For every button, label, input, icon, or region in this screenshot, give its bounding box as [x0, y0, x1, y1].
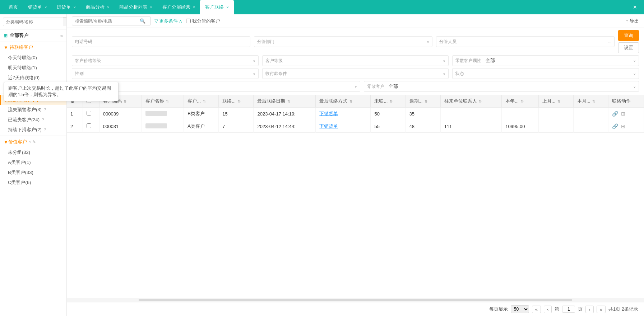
col-uncontact-days[interactable]: 未联... ⇅	[371, 95, 406, 108]
nav-customer-tier[interactable]: 客户分层经营 ×	[157, 0, 200, 14]
per-page-select[interactable]: 50 100 200	[511, 305, 529, 313]
col-overdue[interactable]: 逾期... ⇅	[406, 95, 440, 108]
sidebar-search-area: 🔍	[0, 14, 66, 29]
query-btn[interactable]: 查询	[618, 30, 639, 41]
total-label: 共1页 2条记录	[608, 306, 638, 312]
sidebar-loss-warning[interactable]: 流失预警客户(3) ?	[0, 105, 66, 115]
loss-warning-help-icon[interactable]: ?	[44, 108, 46, 112]
col-this-month[interactable]: 本月... ⇅	[573, 95, 608, 108]
col-name[interactable]: 客户名称 ⇅	[142, 95, 184, 108]
page-input[interactable]	[562, 306, 575, 313]
table-row: 2 000031 A类客户 7 2023-04-12 14:44: 下销货单 5…	[67, 120, 644, 133]
edit-icon[interactable]: ✎	[32, 140, 36, 145]
nav-customer-contact[interactable]: 客户联络 ×	[200, 0, 233, 14]
filter-payment[interactable]: 收付款条件 ∨	[262, 68, 449, 79]
nav-product-list[interactable]: 商品分析列表 ×	[114, 0, 157, 14]
lost-customers-help-icon[interactable]: ?	[42, 118, 44, 122]
cell-contact-count-2: 7	[219, 120, 254, 133]
settings-btn[interactable]: 设置	[618, 42, 639, 53]
filter-search-input[interactable]	[75, 19, 140, 24]
retail-attr-value: 全部	[486, 57, 495, 64]
horizontal-scrollbar[interactable]	[67, 298, 644, 302]
my-customers-checkbox-label[interactable]: 我分管的客户	[186, 18, 220, 24]
filter-phone[interactable]: 电话号码	[72, 36, 250, 47]
cell-checkbox-2[interactable]	[83, 120, 99, 133]
my-customers-checkbox[interactable]	[186, 19, 191, 23]
filter-customer-type[interactable]: 客户类型 ∨	[85, 81, 360, 92]
sidebar-tomorrow-pending[interactable]: 明天待联络(1)	[0, 63, 66, 73]
action-link-icon-1[interactable]: 🔗	[612, 111, 618, 117]
cell-last-date-1: 2023-04-17 14:19:	[254, 108, 316, 120]
filter-more-btn[interactable]: ▽ 更多条件 ∧	[154, 18, 182, 24]
nav-customer-contact-close[interactable]: ×	[226, 0, 228, 14]
filter-status[interactable]: 状态 ∨	[452, 68, 639, 79]
sidebar-ungroup[interactable]: 未分组(32)	[0, 147, 66, 157]
nav-sales[interactable]: 销货单 ×	[23, 0, 52, 14]
adv-filter-row-4: ... 客户类型 ∨ 零散客户 全部 ∨	[72, 81, 639, 92]
action-grid-icon-2[interactable]: ⊞	[621, 123, 625, 129]
col-contact-count[interactable]: 联络... ⇅	[219, 95, 254, 108]
declining-help-icon[interactable]: ?	[44, 128, 46, 132]
sidebar-declining-customers[interactable]: 持续下滑客户(2) ?	[0, 125, 66, 135]
row-checkbox-2[interactable]	[87, 123, 91, 128]
col-last-month[interactable]: 上月... ⇅	[538, 95, 573, 108]
sidebar-b-class[interactable]: B类客户(33)	[0, 168, 66, 178]
sidebar-all-customers[interactable]: ⊞ 全部客户 »	[0, 29, 66, 42]
sort-icon-partner: ⇅	[479, 99, 482, 103]
sidebar-a-class[interactable]: A类客户(1)	[0, 157, 66, 168]
first-page-btn[interactable]: «	[532, 306, 541, 313]
filter-retail-attr[interactable]: 零散客户属性 全部 ∨	[452, 55, 639, 66]
nav-home[interactable]: 首页	[4, 0, 23, 14]
cell-checkbox-1[interactable]	[83, 108, 99, 120]
customer-level-chevron-icon: ∨	[443, 59, 445, 63]
next-page-btn[interactable]: ›	[585, 306, 593, 313]
nav-purchase-close[interactable]: ×	[73, 0, 75, 14]
filter-retail-customer[interactable]: 零散客户 全部 ∨	[364, 81, 639, 92]
window-close-btn[interactable]: ×	[629, 4, 640, 11]
arrow-down-icon: ▼	[4, 45, 8, 50]
nav-product-analysis-close[interactable]: ×	[107, 0, 109, 14]
col-last-contact-date[interactable]: 最后联络日期 ⇅	[254, 95, 316, 108]
sidebar-today-pending[interactable]: 今天待联络(0)	[0, 53, 66, 63]
nav-sales-close[interactable]: ×	[45, 0, 47, 14]
cell-last-date-2: 2023-04-12 14:44:	[254, 120, 316, 133]
grid-icon: ⊞	[4, 33, 8, 38]
row-checkbox-1[interactable]	[87, 111, 91, 115]
sidebar-7days-pending[interactable]: 近7天待联络(0)	[0, 73, 66, 83]
scroll-thumb[interactable]	[139, 299, 572, 301]
filter-manager[interactable]: 分管人员 ...	[436, 36, 615, 47]
col-partner-contact[interactable]: 往来单位联系人 ⇅	[440, 95, 502, 108]
sort-icon-contact: ⇅	[238, 99, 241, 103]
action-grid-icon-1[interactable]: ⊞	[621, 111, 625, 117]
col-last-contact-method[interactable]: 最后联络方式 ⇅	[316, 95, 371, 108]
cell-last-method-2: 下销货单	[316, 120, 371, 133]
filter-price-level[interactable]: 客户价格等级 ∨	[72, 55, 259, 66]
prev-page-btn[interactable]: ‹	[544, 306, 552, 313]
cell-action-1: 🔗 ⊞	[608, 108, 644, 120]
nav-product-list-close[interactable]: ×	[150, 0, 152, 14]
export-btn[interactable]: ↑ 导出	[626, 18, 639, 24]
filter-customer-level[interactable]: 客户等级 ∨	[262, 55, 449, 66]
col-this-year[interactable]: 本年... ⇅	[502, 95, 538, 108]
table-header-row: ⚙ 客户编码 ⇅ 客户名称 ⇅	[67, 95, 644, 108]
last-page-btn[interactable]: »	[597, 306, 606, 313]
sidebar-value-group-title[interactable]: ▼ 价值客户 ○ ✎	[0, 137, 66, 147]
filter-search-icon[interactable]: 🔍	[140, 18, 145, 24]
sidebar-c-class[interactable]: C类客户(6)	[0, 178, 66, 188]
nav-customer-tier-close[interactable]: ×	[193, 0, 195, 14]
filter-department[interactable]: 分管部门 ∨	[254, 36, 432, 47]
action-link-icon-2[interactable]: 🔗	[612, 123, 618, 129]
sidebar-search-btn[interactable]: 🔍	[63, 17, 67, 26]
sort-icon-lastmonth: ⇅	[557, 99, 560, 103]
nav-product-analysis[interactable]: 商品分析 ×	[81, 0, 114, 14]
sidebar-collapse-btn[interactable]: »	[60, 33, 63, 38]
sidebar-pending-title[interactable]: ▼ 待联络客户	[0, 42, 66, 53]
sidebar-search-input[interactable]	[3, 18, 63, 26]
top-nav: 首页 销货单 × 进货单 × 商品分析 × 商品分析列表 × 客户分层经营 × …	[0, 0, 644, 14]
cell-seq-1: 1	[67, 108, 83, 120]
sidebar-lost-customers[interactable]: 已流失客户(24) ?	[0, 115, 66, 125]
col-customer-type[interactable]: 客户... ⇅	[184, 95, 219, 108]
cell-uncontact-2: 55	[371, 120, 406, 133]
nav-purchase[interactable]: 进货单 ×	[52, 0, 80, 14]
filter-gender[interactable]: 性别 ∨	[72, 68, 259, 79]
